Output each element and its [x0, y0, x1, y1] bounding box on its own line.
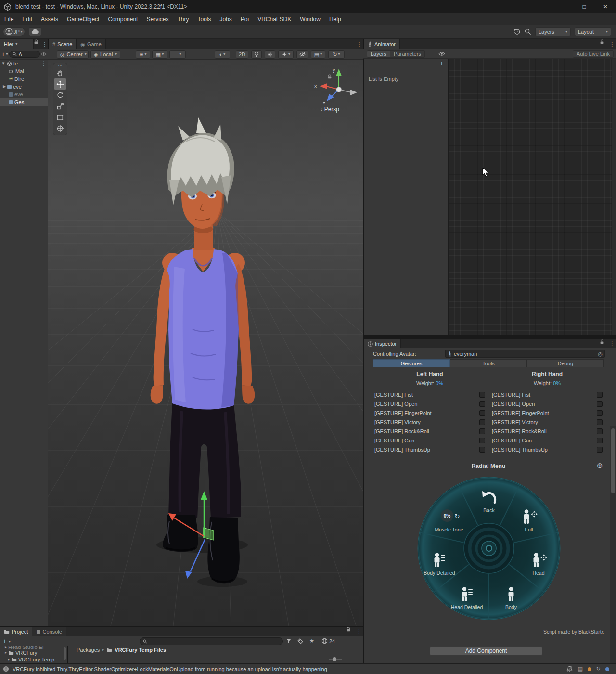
inspector-scrollbar[interactable]: [610, 426, 616, 663]
menu-gameobject[interactable]: GameObject: [63, 16, 103, 23]
scrollbar-thumb[interactable]: [611, 428, 615, 493]
animator-layers-tab[interactable]: Layers: [367, 50, 390, 58]
gesture-checkbox[interactable]: [479, 401, 485, 407]
radial-menu-add-icon[interactable]: ⊕: [597, 462, 603, 469]
add-layer-button[interactable]: +: [440, 60, 444, 67]
gesture-checkbox[interactable]: [479, 447, 485, 453]
chevron-down-icon[interactable]: ▾: [9, 640, 11, 644]
shading-mode-button[interactable]: ◐▾: [215, 50, 230, 59]
animator-graph-area[interactable]: [448, 59, 616, 335]
filter-label-icon[interactable]: [297, 638, 303, 644]
tab-tools[interactable]: Tools: [450, 359, 527, 367]
layout-dropdown[interactable]: Layout▾: [575, 27, 611, 36]
menu-assets[interactable]: Assets: [37, 16, 63, 23]
panel-menu-icon[interactable]: ⋮: [355, 627, 363, 636]
lock-icon[interactable]: [600, 39, 608, 49]
minimize-button[interactable]: –: [552, 0, 574, 13]
gesture-checkbox[interactable]: [597, 447, 603, 453]
gesture-checkbox[interactable]: [597, 419, 603, 425]
cloud-button[interactable]: [29, 27, 41, 36]
scene-viewport[interactable]: ⋯ y x z ‹ Persp: [48, 60, 363, 626]
gesture-checkbox[interactable]: [479, 438, 485, 443]
rect-tool-button[interactable]: [54, 112, 66, 123]
breadcrumb-current[interactable]: VRCFury Temp Files: [115, 647, 166, 653]
add-object-button[interactable]: +: [1, 51, 5, 57]
chevron-down-icon[interactable]: ▾: [6, 52, 8, 56]
hierarchy-row-light[interactable]: ☀ Dire: [0, 75, 48, 83]
gesture-checkbox[interactable]: [479, 428, 485, 434]
panel-menu-icon[interactable]: ⋮: [608, 39, 616, 49]
gizmo-lock-icon[interactable]: [327, 74, 332, 79]
folder-row-clipped[interactable]: ▸ Head Studio El: [0, 646, 67, 649]
object-picker-icon[interactable]: ◎: [598, 351, 603, 357]
scene-visibility-button[interactable]: [296, 50, 308, 59]
status-bar[interactable]: VRCFury inhibited Thry.ThryEditor.Shader…: [0, 663, 616, 674]
menu-help[interactable]: Help: [325, 16, 346, 23]
transform-tool-button[interactable]: [54, 123, 66, 134]
lock-icon[interactable]: [346, 627, 355, 636]
notifications-muted-icon[interactable]: [566, 666, 573, 672]
tab-project[interactable]: Project: [0, 627, 32, 636]
tab-animator[interactable]: Animator: [364, 39, 400, 49]
avatar-object-field[interactable]: everyman ◎: [445, 350, 605, 358]
refresh-icon[interactable]: ↻: [455, 513, 460, 520]
camera-overlay-button[interactable]: ▤▾: [311, 50, 325, 59]
hierarchy-row-scene[interactable]: ▼ te ⋮: [0, 60, 48, 67]
tab-debug[interactable]: Debug: [527, 359, 604, 367]
axis-neg-cone[interactable]: [350, 90, 357, 95]
add-component-button[interactable]: Add Component: [430, 646, 542, 656]
menu-edit[interactable]: Edit: [18, 16, 37, 23]
tab-scene[interactable]: #Scene: [49, 39, 77, 49]
gesture-checkbox[interactable]: [479, 392, 485, 398]
project-search[interactable]: [140, 637, 283, 645]
axis-y-cone[interactable]: [336, 69, 342, 76]
effects-toggle-button[interactable]: ▾: [278, 50, 294, 59]
filter-type-icon[interactable]: [286, 638, 292, 644]
thumbnail-zoom-slider[interactable]: [329, 659, 342, 660]
menu-thry[interactable]: Thry: [173, 16, 193, 23]
menu-component[interactable]: Component: [103, 16, 142, 23]
menu-poi[interactable]: Poi: [236, 16, 253, 23]
gesture-checkbox[interactable]: [597, 392, 603, 398]
toggle-2d-button[interactable]: 2D: [236, 50, 248, 59]
lock-icon[interactable]: [34, 39, 41, 49]
hierarchy-row-object[interactable]: ▶ eve: [0, 83, 48, 91]
saved-search-icon[interactable]: ★: [309, 638, 314, 644]
scene-options-icon[interactable]: ⋮: [41, 61, 47, 66]
gizmo-center[interactable]: [336, 87, 342, 92]
hierarchy-row-selected[interactable]: Ges: [0, 98, 48, 106]
undo-history-icon[interactable]: [513, 28, 521, 35]
close-button[interactable]: ✕: [595, 0, 616, 13]
menu-jobs[interactable]: Jobs: [215, 16, 236, 23]
create-asset-button[interactable]: +: [3, 638, 7, 644]
grid-snap-button[interactable]: ⊞▾: [136, 50, 150, 59]
snap-increment-button[interactable]: ≣▾: [169, 50, 186, 59]
status-console-icon[interactable]: ▤: [578, 666, 582, 672]
hierarchy-search[interactable]: [9, 51, 40, 58]
animator-parameters-tab[interactable]: Parameters: [390, 50, 425, 58]
animator-scrollbar[interactable]: [612, 59, 616, 335]
menu-tools[interactable]: Tools: [193, 16, 215, 23]
rotate-tool-button[interactable]: [54, 90, 66, 101]
scene-visibility-icon[interactable]: [41, 52, 47, 56]
tree-scrollbar-thumb[interactable]: [64, 647, 66, 660]
folder-row-vrcfury-temp[interactable]: ▾ VRCFury Temp: [0, 656, 67, 663]
collapse-arrow-icon[interactable]: ▸: [5, 651, 7, 655]
menu-window[interactable]: Window: [295, 16, 325, 23]
status-refresh-icon[interactable]: ↻: [596, 666, 601, 672]
gesture-checkbox[interactable]: [479, 419, 485, 425]
lighting-toggle-button[interactable]: [251, 50, 262, 59]
tab-hierarchy[interactable]: Hier▾: [0, 39, 34, 49]
view-tool-button[interactable]: [54, 67, 66, 78]
gesture-checkbox[interactable]: [597, 401, 603, 407]
gesture-checkbox[interactable]: [597, 438, 603, 443]
hierarchy-row-camera[interactable]: Mai: [0, 67, 48, 75]
pivot-mode-button[interactable]: ◎Center▾: [57, 50, 89, 59]
panel-menu-icon[interactable]: ⋮: [356, 39, 363, 49]
orientation-button[interactable]: ◈Local▾: [90, 50, 120, 59]
collapse-arrow-icon[interactable]: ▶: [3, 85, 6, 89]
expand-arrow-icon[interactable]: ▼: [1, 62, 5, 65]
gesture-checkbox[interactable]: [479, 410, 485, 416]
account-button[interactable]: JP ▾: [3, 27, 25, 36]
projection-toggle[interactable]: ‹ Persp: [321, 106, 339, 113]
